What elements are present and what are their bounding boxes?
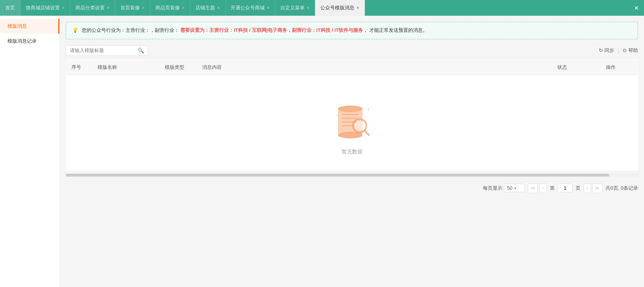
- first-page-button[interactable]: ⊲: [528, 183, 538, 193]
- tab-weshop-close[interactable]: ×: [62, 5, 65, 10]
- tab-home-label: 首页: [5, 4, 15, 11]
- tab-mall-close[interactable]: ×: [267, 5, 269, 10]
- tab-productpage[interactable]: 商品页装修 ×: [150, 0, 190, 16]
- notice-icon: 💡: [72, 27, 78, 33]
- table-header: 序号 模版名称 模版类型 消息内容 状态 操作: [66, 59, 638, 75]
- empty-row: ✦ ✦ 暂无数据: [66, 75, 638, 170]
- global-close-button[interactable]: ✕: [629, 0, 644, 16]
- per-page-label: 每页显示: [483, 185, 502, 192]
- help-label: 帮助: [628, 47, 638, 54]
- sync-label: 同步: [604, 47, 614, 54]
- pagination: 每页显示 50 ∨ ⊲ ‹ 第 页 › ⊳ 共0页, 0条记录: [66, 180, 638, 195]
- page-size-dropdown[interactable]: 50 ∨: [504, 184, 525, 192]
- help-button[interactable]: ⊙ 帮助: [623, 47, 638, 54]
- table-body: ✦ ✦ 暂无数据: [66, 75, 638, 170]
- prev-page-button[interactable]: ‹: [539, 183, 547, 193]
- col-status: 状态: [552, 59, 601, 75]
- page-size-value: 50: [507, 185, 512, 191]
- notice-prefix: 您的公众号行业为：主营行业：，副营行业：: [82, 27, 179, 33]
- tab-custommenu[interactable]: 自定义菜单 ×: [275, 0, 315, 16]
- toolbar: 🔍 ↻ 同步 | ⊙ 帮助: [66, 45, 638, 56]
- col-name: 模版名称: [92, 59, 160, 75]
- page-nav: ⊲ ‹ 第 页 › ⊳: [528, 183, 603, 193]
- svg-line-10: [364, 131, 369, 135]
- col-content: 消息内容: [197, 59, 552, 75]
- search-input[interactable]: [70, 48, 138, 53]
- top-nav: 首页 微商城店铺设置 × 商品分类设置 × 首页装修 × 商品页装修 × 店铺主…: [0, 0, 644, 16]
- toolbar-right: ↻ 同步 | ⊙ 帮助: [599, 47, 638, 54]
- tab-theme-close[interactable]: ×: [217, 5, 220, 10]
- scrollbar-thumb[interactable]: [66, 174, 609, 177]
- table-header-row: 序号 模版名称 模版类型 消息内容 状态 操作: [66, 59, 638, 75]
- tab-productpage-label: 商品页装修: [155, 4, 180, 11]
- notice-box: 💡 您的公众号行业为：主营行业：，副营行业： 需要设置为：主营行业：IT科技 /…: [66, 22, 638, 39]
- page-unit: 页: [576, 185, 580, 192]
- tab-custommenu-label: 自定义菜单: [280, 4, 305, 11]
- empty-state: ✦ ✦ 暂无数据: [66, 75, 638, 170]
- sidebar-item-template-message-log[interactable]: 模版消息记录: [0, 34, 59, 49]
- last-page-button[interactable]: ⊳: [592, 183, 603, 193]
- toolbar-divider: |: [618, 48, 619, 53]
- main-container: 模版消息 模版消息记录 💡 您的公众号行业为：主营行业：，副营行业： 需要设置为…: [0, 16, 644, 287]
- sidebar: 模版消息 模版消息记录: [0, 16, 60, 287]
- tab-category-close[interactable]: ×: [107, 5, 110, 10]
- sync-button[interactable]: ↻ 同步: [599, 47, 614, 54]
- tab-homepage-label: 首页装修: [120, 4, 140, 11]
- next-page-button[interactable]: ›: [583, 183, 591, 193]
- tab-category-label: 商品分类设置: [76, 4, 105, 11]
- tab-weshop-label: 微商城店铺设置: [26, 4, 60, 11]
- content-area: 💡 您的公众号行业为：主营行业：，副营行业： 需要设置为：主营行业：IT科技 /…: [60, 16, 644, 287]
- col-seq: 序号: [66, 59, 92, 75]
- sidebar-item-template-message[interactable]: 模版消息: [0, 19, 59, 34]
- col-action: 操作: [601, 59, 638, 75]
- tab-custommenu-close[interactable]: ×: [307, 5, 309, 10]
- empty-text: 暂无数据: [342, 149, 363, 155]
- sync-icon: ↻: [599, 48, 603, 53]
- tab-mall-label: 开通公众号商城: [231, 4, 265, 11]
- per-page-select: 每页显示 50 ∨: [483, 184, 525, 192]
- tab-templatemsg-close[interactable]: ×: [357, 5, 359, 10]
- sidebar-item-template-message-label: 模版消息: [7, 23, 27, 29]
- search-icon[interactable]: 🔍: [138, 48, 144, 54]
- tab-theme-label: 店铺主题: [195, 4, 215, 11]
- svg-point-9: [355, 121, 364, 131]
- notice-suffix: 才能正常发送预置的消息。: [369, 27, 428, 33]
- page-label: 第: [550, 185, 555, 192]
- tab-theme[interactable]: 店铺主题 ×: [190, 0, 225, 16]
- tab-category[interactable]: 商品分类设置 ×: [70, 0, 115, 16]
- search-box: 🔍: [66, 45, 148, 56]
- tab-productpage-close[interactable]: ×: [182, 5, 185, 10]
- tab-mall[interactable]: 开通公众号商城 ×: [225, 0, 275, 16]
- col-type: 模版类型: [160, 59, 197, 75]
- svg-point-2: [338, 106, 363, 112]
- svg-text:✦: ✦: [336, 114, 339, 117]
- empty-illustration: ✦ ✦: [330, 98, 375, 143]
- tab-templatemsg[interactable]: 公众号模版消息 ×: [315, 0, 365, 16]
- total-text: 共0页, 0条记录: [606, 185, 638, 192]
- data-table: 序号 模版名称 模版类型 消息内容 状态 操作: [66, 59, 638, 171]
- tab-home[interactable]: 首页: [0, 0, 21, 16]
- chevron-down-icon: ∨: [514, 186, 517, 190]
- sidebar-item-template-message-log-label: 模版消息记录: [7, 38, 37, 44]
- page-input[interactable]: [558, 184, 573, 192]
- scrollbar-track: [66, 174, 638, 177]
- notice-highlight: 需要设置为：主营行业：IT科技 / 互联网|电子商务，副营行业：IT科技 / I…: [180, 27, 368, 33]
- help-icon: ⊙: [623, 48, 627, 53]
- tab-templatemsg-label: 公众号模版消息: [320, 4, 354, 11]
- tab-homepage[interactable]: 首页装修 ×: [115, 0, 150, 16]
- svg-text:✦: ✦: [367, 107, 370, 112]
- tab-homepage-close[interactable]: ×: [142, 5, 145, 10]
- tab-weshop[interactable]: 微商城店铺设置 ×: [21, 0, 70, 16]
